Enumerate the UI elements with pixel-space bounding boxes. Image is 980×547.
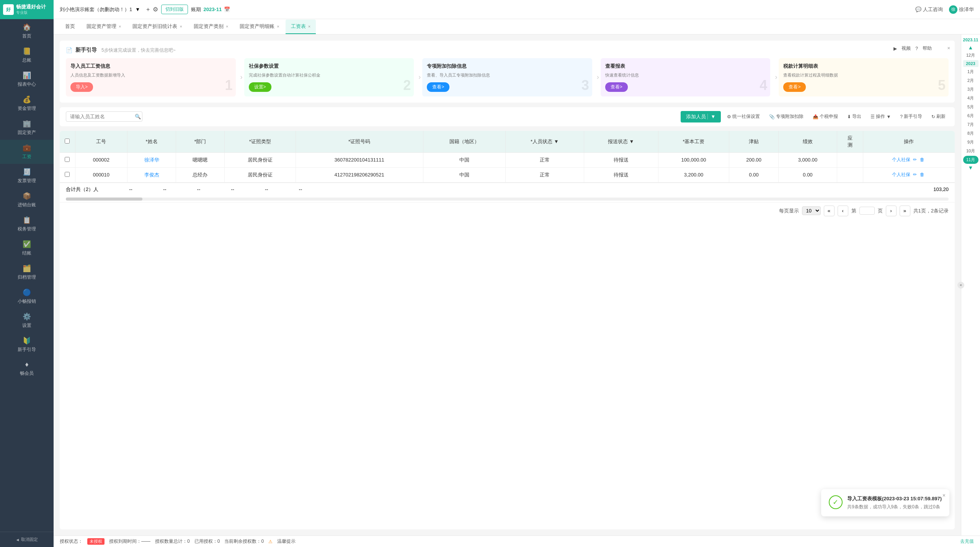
page-label-after: 页: [878, 207, 883, 214]
scrollbar-thumb[interactable]: [66, 198, 142, 201]
row-1-social-link[interactable]: 个人社保: [892, 157, 910, 162]
tab-close-fixed-category[interactable]: ×: [226, 24, 228, 29]
user-menu[interactable]: 徐 徐泽华: [949, 5, 974, 14]
add-employee-button[interactable]: 添加人员 ▼: [681, 111, 721, 122]
sidebar-item-expense[interactable]: 🔵 小畅报销: [0, 284, 54, 309]
tab-fixed-detail[interactable]: 固定资产明细账 ×: [234, 20, 284, 34]
sidebar-item-reports[interactable]: 📊 报表中心: [0, 67, 54, 91]
search-input[interactable]: [66, 111, 142, 122]
export-button[interactable]: ⬇ 导出: [844, 112, 864, 121]
tax-declaration-button[interactable]: 📤 个税申报: [810, 112, 841, 121]
wizard-arrow-1: ›: [240, 73, 243, 81]
select-all-header[interactable]: [60, 131, 75, 153]
new-guide-button[interactable]: ? 新手引导: [897, 112, 925, 121]
calendar-month-7[interactable]: 7月: [963, 121, 978, 129]
tab-payroll-table[interactable]: 工资表 ×: [286, 20, 316, 34]
row-2-select[interactable]: [65, 172, 70, 177]
first-page-button[interactable]: «: [824, 206, 835, 216]
row-2-delete-icon[interactable]: 🗑: [920, 172, 924, 177]
wizard-step-1-btn[interactable]: 导入>: [70, 82, 93, 92]
tab-close-fixed-assets[interactable]: ×: [119, 24, 121, 29]
social-insurance-button[interactable]: ⚙ 统一社保设置: [724, 112, 763, 121]
row-1-edit-icon[interactable]: ✏: [913, 157, 917, 162]
wizard-step-2: 社保参数设置 完成社保参数设置自动计算社保公积金 设置> 2: [244, 58, 414, 96]
panel-toggle-button[interactable]: «: [957, 282, 964, 289]
row-2-checkbox[interactable]: [60, 167, 75, 182]
sidebar-item-invoices[interactable]: 🧾 发票管理: [0, 164, 54, 188]
calendar-month-11[interactable]: 11月: [963, 156, 978, 164]
wizard-step-5-btn[interactable]: 查看>: [783, 82, 806, 92]
row-2-social-link[interactable]: 个人社保: [892, 172, 910, 177]
cancel-fixed-button[interactable]: ◄ 取消固定: [16, 537, 38, 542]
add-account-icon[interactable]: +: [146, 6, 150, 13]
status-filter-icon[interactable]: ▼: [554, 139, 559, 144]
row-2-edit-icon[interactable]: ✏: [913, 172, 917, 177]
row-1-name[interactable]: 徐泽华: [127, 152, 176, 167]
calendar-month-8[interactable]: 8月: [963, 129, 978, 137]
page-number-input[interactable]: 1: [859, 207, 875, 215]
prev-page-button[interactable]: ‹: [838, 206, 848, 216]
per-page-select[interactable]: 10 20 50: [802, 206, 821, 215]
topbar-settings-icon[interactable]: ⚙: [153, 6, 158, 13]
calendar-month-9[interactable]: 9月: [963, 138, 978, 146]
tab-close-payroll[interactable]: ×: [308, 24, 310, 29]
next-page-button[interactable]: ›: [886, 206, 897, 216]
row-1-select[interactable]: [65, 157, 70, 162]
account-dropdown[interactable]: ▼: [135, 7, 140, 12]
sidebar-item-settings[interactable]: ⚙️ 设置: [0, 309, 54, 333]
tab-fixed-depreciation[interactable]: 固定资产折旧统计表 ×: [127, 20, 187, 34]
calendar-month-1[interactable]: 1月: [963, 68, 978, 76]
sidebar-item-archive[interactable]: 🗂️ 归档管理: [0, 260, 54, 284]
refresh-button[interactable]: ↻ 刷新: [928, 112, 949, 121]
reports-icon: 📊: [23, 71, 31, 80]
sidebar-item-funds[interactable]: 💰 资金管理: [0, 91, 54, 116]
select-all-checkbox[interactable]: [65, 139, 70, 144]
calendar-icon[interactable]: 📅: [224, 7, 230, 12]
row-1-delete-icon[interactable]: 🗑: [920, 157, 924, 162]
calendar-month-6[interactable]: 6月: [963, 112, 978, 120]
row-1-checkbox[interactable]: [60, 152, 75, 167]
special-deduction-button[interactable]: 📎 专项附加扣除: [766, 112, 807, 121]
sidebar-item-ledger[interactable]: 📒 总账: [0, 43, 54, 67]
wizard-step-2-btn[interactable]: 设置>: [249, 82, 271, 92]
last-page-button[interactable]: »: [900, 206, 910, 216]
recharge-link[interactable]: 去充值: [960, 538, 974, 545]
operations-button[interactable]: ☰ 操作 ▼: [867, 112, 894, 121]
wizard-step-4-btn[interactable]: 查看>: [605, 82, 628, 92]
calendar-month-10[interactable]: 10月: [963, 147, 978, 155]
sidebar-item-guide[interactable]: 🔰 新手引导: [0, 333, 54, 357]
sidebar-item-tax[interactable]: 📋 税务管理: [0, 212, 54, 236]
calendar-month-4[interactable]: 4月: [963, 94, 978, 102]
row-2-name[interactable]: 李俊杰: [127, 167, 176, 182]
switch-version-button[interactable]: 切到旧版: [161, 5, 188, 14]
col-report-status[interactable]: 报送状态 ▼: [584, 131, 658, 153]
sidebar-item-member[interactable]: ♦ 畅会员: [0, 357, 54, 380]
sidebar-item-home[interactable]: 🏠 首页: [0, 19, 54, 43]
report-filter-icon[interactable]: ▼: [629, 139, 634, 144]
consult-button[interactable]: 💬 人工咨询: [915, 6, 943, 13]
tab-home[interactable]: 首页: [60, 20, 80, 34]
wizard-close-button[interactable]: ×: [947, 45, 950, 51]
sidebar-item-fixed-assets[interactable]: 🏢 固定资产: [0, 116, 54, 140]
tab-fixed-assets[interactable]: 固定资产管理 ×: [81, 20, 126, 34]
calendar-down-arrow[interactable]: ▼: [968, 165, 973, 171]
calendar-up-arrow[interactable]: ▲: [968, 44, 973, 51]
toast-close-button[interactable]: ×: [942, 492, 946, 498]
sidebar-item-inventory[interactable]: 📦 进销台账: [0, 188, 54, 212]
calendar-month-3[interactable]: 3月: [963, 85, 978, 93]
tab-close-fixed-detail[interactable]: ×: [277, 24, 279, 29]
sidebar-item-closing[interactable]: ✅ 结账: [0, 236, 54, 260]
calendar-month-12[interactable]: 12月: [963, 51, 978, 59]
inventory-icon: 📦: [23, 192, 31, 200]
tab-close-fixed-depreciation[interactable]: ×: [180, 24, 182, 29]
calendar-month-5[interactable]: 5月: [963, 103, 978, 111]
col-status[interactable]: *人员状态 ▼: [505, 131, 584, 153]
sidebar-item-payroll[interactable]: 💼 工资: [0, 140, 54, 164]
horizontal-scrollbar[interactable]: [66, 198, 949, 201]
add-dropdown-arrow[interactable]: ▼: [707, 114, 716, 119]
col-name[interactable]: *姓名: [127, 131, 176, 153]
calendar-month-2[interactable]: 2月: [963, 77, 978, 85]
tab-fixed-category[interactable]: 固定资产类别 ×: [188, 20, 234, 34]
wizard-step-3-btn[interactable]: 查看>: [427, 82, 449, 92]
invoices-icon: 🧾: [23, 168, 31, 176]
